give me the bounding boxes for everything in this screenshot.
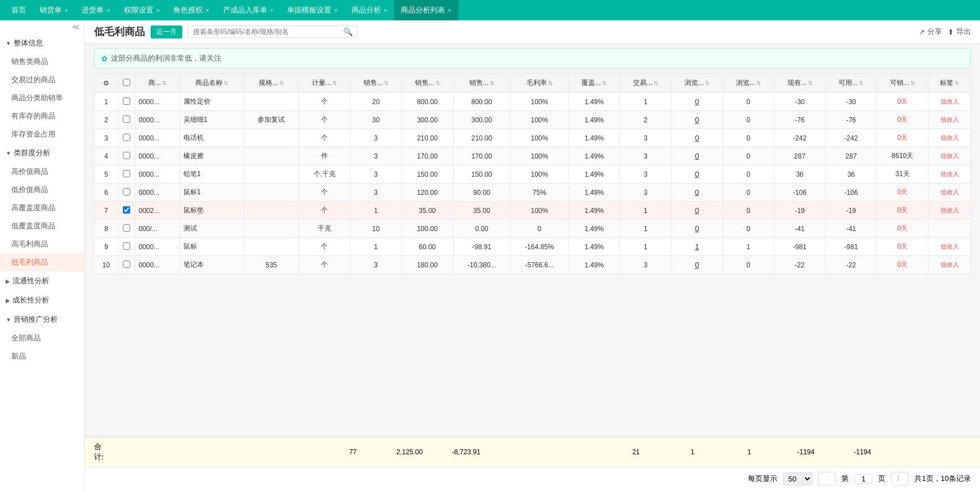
row-checkbox-cell[interactable] bbox=[118, 165, 135, 184]
row-views1[interactable]: 0 bbox=[671, 93, 723, 111]
sidebar-item-low-margin[interactable]: 低毛利商品 bbox=[0, 253, 84, 271]
views-link[interactable]: 0 bbox=[695, 116, 699, 124]
search-input[interactable] bbox=[193, 28, 343, 36]
sidebar-item-low-value[interactable]: 低价值商品 bbox=[0, 181, 84, 199]
row-checkbox-cell[interactable] bbox=[118, 93, 135, 111]
col-transactions[interactable]: 交易...⇅ bbox=[620, 74, 671, 93]
row-checkbox-cell[interactable] bbox=[118, 238, 135, 256]
row-views1[interactable]: 0 bbox=[671, 111, 723, 129]
export-button[interactable]: ⬆ 导出 bbox=[948, 27, 971, 37]
row-checkbox-cell[interactable] bbox=[118, 220, 135, 238]
sidebar-item-new-products[interactable]: 新品 bbox=[0, 347, 84, 365]
col-spec[interactable]: 规格...⇅ bbox=[244, 74, 299, 93]
row-views1[interactable]: 1 bbox=[671, 238, 723, 256]
period-button[interactable]: 近一月 bbox=[151, 25, 182, 39]
col-sales-profit[interactable]: 销售...⇅ bbox=[453, 74, 510, 93]
views-link[interactable]: 0 bbox=[695, 206, 699, 215]
prev-page-button[interactable]: 〈 bbox=[818, 472, 836, 485]
close-icon[interactable]: × bbox=[334, 7, 337, 14]
per-page-select[interactable]: 50 100 200 bbox=[783, 472, 812, 485]
sidebar-item-in-stock[interactable]: 有库存的商品 bbox=[0, 107, 84, 125]
sidebar-item-all-products[interactable]: 全部商品 bbox=[0, 329, 84, 347]
row-checkbox[interactable] bbox=[123, 206, 130, 214]
row-views1[interactable]: 0 bbox=[671, 147, 723, 165]
close-icon[interactable]: × bbox=[156, 7, 160, 14]
row-checkbox[interactable] bbox=[123, 224, 130, 232]
nav-item-home[interactable]: 首页 bbox=[5, 0, 33, 20]
col-name[interactable]: 商品名称⇅ bbox=[180, 74, 244, 93]
views-link[interactable]: 0 bbox=[695, 170, 699, 178]
col-coverage[interactable]: 覆盖...⇅ bbox=[568, 74, 620, 93]
sidebar-group-overall[interactable]: ▼ 整体信息 bbox=[0, 33, 84, 53]
col-current-stock[interactable]: 现有...⇅ bbox=[774, 74, 825, 93]
row-views1[interactable]: 0 bbox=[671, 202, 723, 220]
row-checkbox-cell[interactable] bbox=[118, 202, 135, 220]
col-gross-margin[interactable]: 毛利率⇅ bbox=[511, 74, 569, 93]
views-link[interactable]: 0 bbox=[695, 97, 699, 106]
sidebar-item-sales-products[interactable]: 销售类商品 bbox=[0, 53, 84, 71]
close-icon[interactable]: × bbox=[448, 7, 451, 14]
views-link[interactable]: 0 bbox=[695, 134, 699, 142]
nav-item-template[interactable]: 单据模板设置 × bbox=[280, 0, 344, 20]
close-icon[interactable]: × bbox=[206, 7, 209, 14]
row-checkbox[interactable] bbox=[123, 97, 130, 105]
row-checkbox-cell[interactable] bbox=[118, 184, 135, 202]
sidebar-group-cluster[interactable]: ▼ 类群度分析 bbox=[0, 143, 84, 163]
row-checkbox-cell[interactable] bbox=[118, 129, 135, 147]
nav-item-role[interactable]: 角色授权 × bbox=[166, 0, 216, 20]
row-checkbox-cell[interactable] bbox=[118, 111, 135, 129]
next-page-button[interactable]: 〉 bbox=[891, 472, 909, 485]
row-views1[interactable]: 0 bbox=[671, 256, 723, 274]
close-icon[interactable]: × bbox=[270, 7, 273, 14]
sidebar-item-low-coverage[interactable]: 低覆盖度商品 bbox=[0, 217, 84, 235]
col-settings[interactable]: ⚙ bbox=[95, 74, 118, 93]
nav-item-purchase[interactable]: 进货单 × bbox=[75, 0, 117, 20]
sidebar-group-marketing[interactable]: ▼ 营销推广分析 bbox=[0, 310, 84, 329]
row-views1[interactable]: 0 bbox=[671, 184, 723, 202]
close-icon[interactable]: × bbox=[384, 7, 387, 14]
sidebar-group-growth[interactable]: ▶ 成长性分析 bbox=[0, 291, 84, 310]
nav-item-product-entry[interactable]: 产成品入库单 × bbox=[216, 0, 280, 20]
sidebar-item-high-margin[interactable]: 高毛利商品 bbox=[0, 235, 84, 253]
col-code[interactable]: 商...⇅ bbox=[135, 74, 179, 93]
row-views1[interactable]: 0 bbox=[671, 129, 723, 147]
row-views1[interactable]: 0 bbox=[671, 165, 723, 184]
search-icon[interactable]: 🔍 bbox=[343, 27, 353, 36]
col-sales-qty[interactable]: 销售...⇅ bbox=[350, 74, 402, 93]
views-link[interactable]: 1 bbox=[695, 242, 699, 251]
sidebar-item-category-rate[interactable]: 商品分类助销率 bbox=[0, 89, 84, 107]
row-checkbox-cell[interactable] bbox=[118, 256, 135, 274]
row-checkbox[interactable] bbox=[123, 261, 130, 268]
row-checkbox[interactable] bbox=[123, 134, 130, 141]
sidebar-item-high-coverage[interactable]: 高覆盖度商品 bbox=[0, 199, 84, 217]
sidebar-item-capital[interactable]: 库存资金占用 bbox=[0, 125, 84, 143]
views-link[interactable]: 0 bbox=[695, 188, 699, 197]
close-icon[interactable]: × bbox=[65, 7, 68, 14]
views-link[interactable]: 0 bbox=[695, 261, 699, 269]
nav-item-sales[interactable]: 销货单 × bbox=[33, 0, 75, 20]
col-views2[interactable]: 浏览...⇅ bbox=[722, 74, 774, 93]
row-checkbox[interactable] bbox=[123, 242, 130, 250]
share-button[interactable]: ↗ 分享 bbox=[919, 27, 942, 37]
col-sales-price[interactable]: 销售...⇅ bbox=[401, 74, 453, 93]
sidebar-item-traded[interactable]: 交易过的商品 bbox=[0, 71, 84, 89]
nav-item-analysis[interactable]: 商品分析 × bbox=[345, 0, 394, 20]
row-checkbox[interactable] bbox=[123, 152, 130, 159]
col-views1[interactable]: 浏览...⇅ bbox=[671, 74, 723, 93]
page-number-input[interactable] bbox=[854, 474, 872, 484]
row-checkbox[interactable] bbox=[123, 170, 130, 177]
sidebar-group-circulation[interactable]: ▶ 流通性分析 bbox=[0, 271, 84, 291]
col-unit[interactable]: 计量...⇅ bbox=[299, 74, 350, 93]
nav-item-analysis-list[interactable]: 商品分析列表 × bbox=[394, 0, 458, 20]
views-link[interactable]: 0 bbox=[695, 224, 699, 233]
col-saleable[interactable]: 可销...⇅ bbox=[877, 74, 928, 93]
sidebar-collapse-btn[interactable]: ≪ bbox=[0, 20, 84, 33]
close-icon[interactable]: × bbox=[106, 7, 110, 14]
col-tag[interactable]: 标签⇅ bbox=[928, 74, 971, 93]
nav-item-permission[interactable]: 权限设置 × bbox=[117, 0, 166, 20]
row-checkbox-cell[interactable] bbox=[118, 147, 135, 165]
col-checkbox[interactable] bbox=[118, 74, 135, 93]
row-checkbox[interactable] bbox=[123, 188, 130, 195]
select-all-checkbox[interactable] bbox=[123, 79, 130, 86]
views-link[interactable]: 0 bbox=[695, 152, 699, 160]
